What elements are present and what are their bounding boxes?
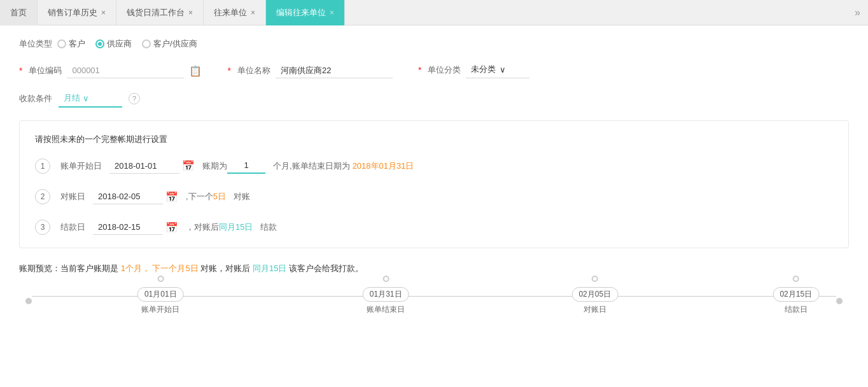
tab-edit-partner-close-icon[interactable]: × xyxy=(330,8,334,17)
period-num-3: 3 xyxy=(35,220,50,235)
payment-help-icon[interactable]: ? xyxy=(129,93,140,104)
timeline-label-3: 对账日 xyxy=(584,304,606,315)
preview-part3: 同月15日 xyxy=(253,264,286,273)
period-desc-after-1: 个月,账单结束日期为 xyxy=(273,160,350,172)
preview-prefix: 账期预览：当前客户账期是 xyxy=(19,264,118,273)
period-desc-after-2: 对账 xyxy=(234,191,250,202)
tab-sales-close-icon[interactable]: × xyxy=(101,8,106,17)
payment-condition-value: 月结 xyxy=(64,92,80,104)
radio-both-label: 客户/供应商 xyxy=(153,38,197,50)
timeline-point-1: 01月01日 账单开始日 xyxy=(137,278,184,315)
unit-category-required: * xyxy=(418,65,421,75)
unit-type-label: 单位类型 xyxy=(19,38,52,50)
period-calendar-2[interactable]: 📅 xyxy=(165,191,178,203)
period-row-3: 3 结款日 📅 ，对账后 同月15日 结款 xyxy=(35,220,833,235)
timeline-dot-3 xyxy=(592,276,598,282)
unit-code-label: 单位编码 xyxy=(29,65,62,76)
tab-partner-close-icon[interactable]: × xyxy=(251,8,255,17)
radio-supplier-label: 供应商 xyxy=(107,38,132,50)
period-highlight-1: 2018年01月31日 xyxy=(353,160,414,172)
radio-supplier[interactable]: 供应商 xyxy=(95,38,132,50)
timeline-point-2: 01月31日 账单结束日 xyxy=(363,278,409,315)
unit-name-input[interactable] xyxy=(276,63,393,78)
timeline-point-4: 02月15日 结款日 xyxy=(773,278,819,315)
unit-code-input[interactable] xyxy=(67,63,184,78)
timeline-dot-2 xyxy=(382,276,389,282)
period-desc-before-3: ，对账后 xyxy=(186,222,219,233)
radio-customer-label: 客户 xyxy=(69,38,85,50)
timeline-badge-3: 02月05日 xyxy=(571,287,618,302)
radio-both-circle xyxy=(142,39,151,48)
radio-supplier-circle xyxy=(95,39,104,48)
timeline-dot-4 xyxy=(793,276,799,282)
unit-type-radio-group: 客户 供应商 客户/供应商 xyxy=(57,38,197,50)
unit-fields-row: * 单位编码 📋 * 单位名称 * 单位分类 未分类 ∨ xyxy=(19,61,849,78)
unit-name-group: * 单位名称 xyxy=(227,63,392,78)
period-label-1: 账单开始日 xyxy=(60,160,102,172)
help-symbol: ? xyxy=(132,95,136,102)
preview-middle: 对账，对账后 xyxy=(200,264,250,273)
timeline-label-2: 账单结束日 xyxy=(367,304,405,315)
period-date-2[interactable] xyxy=(93,189,163,204)
tab-partner[interactable]: 往来单位 × xyxy=(204,0,266,25)
period-date-1[interactable] xyxy=(109,158,179,174)
period-row-1: 1 账单开始日 📅 账期为 个月,账单结束日期为 2018年01月31日 xyxy=(35,158,833,174)
unit-category-select[interactable]: 未分类 ∨ xyxy=(466,61,529,78)
period-num-input-1[interactable] xyxy=(227,158,265,174)
period-num-1: 1 xyxy=(35,158,50,174)
period-desc-after-3: 结款 xyxy=(260,222,277,233)
tab-sales-order-history[interactable]: 销售订单历史 × xyxy=(38,0,116,25)
period-desc-before-2: ,下一个 xyxy=(186,191,213,202)
unit-type-row: 单位类型 客户 供应商 客户/供应商 xyxy=(19,38,849,50)
radio-both[interactable]: 客户/供应商 xyxy=(142,38,197,50)
tab-bar: 首页 销售订单历史 × 钱货日清工作台 × 往来单位 × 编辑往来单位 × » xyxy=(0,0,868,25)
period-label-2: 对账日 xyxy=(60,191,85,202)
tab-sales-label: 销售订单历史 xyxy=(48,7,97,18)
timeline-label-1: 账单开始日 xyxy=(141,304,179,315)
payment-chevron-icon: ∨ xyxy=(83,94,89,103)
preview-text: 账期预览：当前客户账期是 1个月， 下一个月5日 对账，对账后 同月15日 该客… xyxy=(19,261,849,276)
timeline-line: 01月01日 账单开始日 01月31日 账单结束日 02月05日 对账日 02月… xyxy=(32,296,836,297)
timeline: 01月01日 账单开始日 01月31日 账单结束日 02月05日 对账日 02月… xyxy=(19,288,849,304)
tab-edit-partner-label: 编辑往来单位 xyxy=(276,7,326,18)
unit-name-label: 单位名称 xyxy=(237,65,270,76)
preview-part2: 下一个月5日 xyxy=(152,264,198,273)
timeline-end-dot xyxy=(836,298,843,304)
period-row-2: 2 对账日 📅 ,下一个 5日 对账 xyxy=(35,189,833,204)
timeline-point-3: 02月05日 对账日 xyxy=(571,278,618,315)
timeline-dot-1 xyxy=(157,276,164,282)
unit-code-required: * xyxy=(19,66,22,76)
preview-suffix: 该客户会给我打款。 xyxy=(289,264,363,273)
tab-cash-label: 钱货日清工作台 xyxy=(127,7,185,18)
radio-customer-circle xyxy=(57,39,66,48)
unit-category-chevron-icon: ∨ xyxy=(500,65,506,74)
unit-name-required: * xyxy=(227,66,230,76)
unit-category-value: 未分类 xyxy=(471,64,496,75)
unit-code-group: * 单位编码 📋 xyxy=(19,63,202,78)
unit-code-calendar-icon[interactable]: 📋 xyxy=(189,65,202,77)
timeline-label-4: 结款日 xyxy=(785,304,808,315)
period-label-3: 结款日 xyxy=(60,222,85,233)
timeline-badge-4: 02月15日 xyxy=(773,287,819,302)
period-date-3[interactable] xyxy=(93,220,163,235)
radio-customer[interactable]: 客户 xyxy=(57,38,85,50)
tab-home[interactable]: 首页 xyxy=(0,0,38,25)
period-calendar-1[interactable]: 📅 xyxy=(182,160,195,172)
tab-more-button[interactable]: » xyxy=(847,7,868,18)
tab-cash-close-icon[interactable]: × xyxy=(188,8,193,17)
unit-category-label: 单位分类 xyxy=(428,64,461,76)
timeline-start-dot xyxy=(25,298,32,304)
period-calendar-3[interactable]: 📅 xyxy=(165,222,178,234)
tab-edit-partner[interactable]: 编辑往来单位 × xyxy=(266,0,345,25)
payment-condition-select[interactable]: 月结 ∨ xyxy=(59,90,122,108)
period-highlight-3: 同月15日 xyxy=(219,222,253,233)
period-highlight-2: 5日 xyxy=(213,191,226,202)
payment-condition-label: 收款条件 xyxy=(19,93,52,104)
period-settings-box: 请按照未来的一个完整帐期进行设置 1 账单开始日 📅 账期为 个月,账单结束日期… xyxy=(19,120,849,248)
tab-cash-work[interactable]: 钱货日清工作台 × xyxy=(116,0,204,25)
period-num-2: 2 xyxy=(35,189,50,204)
timeline-badge-1: 01月01日 xyxy=(137,287,184,302)
preview-part1: 1个月， xyxy=(121,264,150,273)
period-desc-before-1: 账期为 xyxy=(202,160,227,172)
unit-category-group: * 单位分类 未分类 ∨ xyxy=(418,61,529,78)
